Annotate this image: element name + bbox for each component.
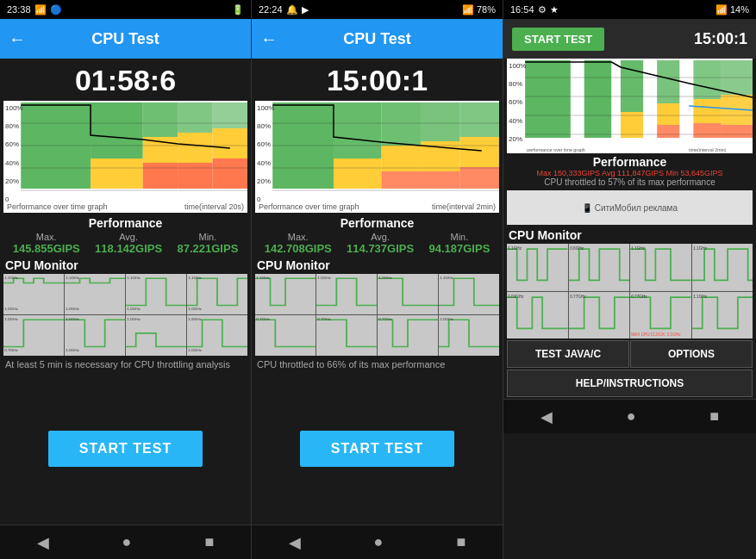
cpu-cell-3-2: 0.6GHz [569,244,630,291]
battery-3: 14% [730,4,749,15]
back-button-2[interactable]: ← [260,29,278,49]
svg-rect-72 [525,60,571,138]
test-javac-button[interactable]: TEST JAVA/C [507,340,629,368]
graph-svg-3: performance over time graph time(interva… [507,59,753,153]
timer-3: 15:00:1 [694,30,747,48]
top-bar-2: ← CPU Test [252,19,503,59]
svg-rect-77 [621,112,643,138]
wifi-icon-3: 📶 [715,4,728,16]
nav-home-1[interactable]: ● [122,533,132,551]
svg-text:1.0GHz: 1.0GHz [317,276,332,280]
cpu-cell-5: 1.0GHz 0.7GHz [3,315,64,356]
perf-avg-1: Avg. 118.142GIPS [95,232,162,255]
svg-text:2.0GHz: 2.0GHz [440,317,454,321]
timer-1: 01:58:6 [0,59,251,101]
svg-rect-3 [143,102,178,137]
svg-text:1.1GHz: 1.1GHz [66,276,80,280]
svg-rect-6 [178,102,212,133]
help-instructions-button[interactable]: HELP/INSTRUCTIONS [507,370,753,397]
nav-recents-1[interactable]: ■ [205,533,215,551]
svg-text:0.7GHz: 0.7GHz [4,348,19,352]
svg-rect-78 [643,60,657,138]
graph-label-time-2: time(interval 2min) [432,202,496,211]
graph-svg-2 [255,101,499,213]
svg-text:1.0GHz: 1.0GHz [4,307,19,311]
svg-text:1.0GHz
        0.9GHz: 1.0GHz 0.9GHz [127,317,141,321]
cpu-monitor-title-2: CPU Monitor [252,257,503,274]
start-test-button-1[interactable]: START TEST [48,431,203,467]
panel-1: 23:38 📶 🔵 🔋 ← CPU Test 01:58:6 100% 80% … [0,0,252,559]
nav-recents-3[interactable]: ■ [709,407,719,425]
svg-rect-82 [680,60,694,138]
options-button[interactable]: OPTIONS [630,340,753,368]
battery-2: 78% [477,4,496,15]
nav-back-3[interactable]: ◀ [540,407,553,426]
nav-recents-2[interactable]: ■ [457,533,466,551]
perf-title-2: Performance [257,216,497,230]
svg-rect-85 [693,123,721,138]
svg-rect-44 [382,146,421,171]
svg-rect-50 [460,137,499,167]
time-1: 23:38 [7,4,31,15]
bluetooth-icon: 🔵 [50,4,62,16]
nav-home-3[interactable]: ● [627,407,636,425]
cpu-cell-4: 1.1GHz 1.0GHz [187,274,247,314]
wifi-icon: 📶 [34,4,47,16]
start-test-button-2[interactable]: START TEST [300,431,454,467]
nav-bar-2: ◀ ● ■ [252,525,503,559]
cpu-cell-3-1: 1.1GHz [507,244,568,291]
settings-icon-3: ⚙ [538,4,547,16]
top-bar-3: START TEST 15:00:1 [503,19,756,59]
nav-back-1[interactable]: ◀ [37,533,49,552]
nav-back-2[interactable]: ◀ [289,533,301,552]
cpu-cell-1: 1.1GHz 1.0GHz [3,274,64,314]
nav-home-2[interactable]: ● [374,533,384,551]
back-button-1[interactable]: ← [9,29,26,49]
svg-rect-1 [91,102,143,158]
svg-text:0.7GHz: 0.7GHz [256,317,271,321]
svg-text:1.1GHz: 1.1GHz [631,246,646,251]
cpu-cell-2-2: 1.0GHz [316,274,377,314]
svg-rect-46 [421,102,459,141]
graph-3: 100% 80% 60% 40% 20% 0 [507,59,753,153]
top-bar-1: ← CPU Test [0,19,251,59]
svg-text:1.0GHz: 1.0GHz [188,348,203,352]
svg-rect-45 [382,171,421,189]
svg-text:1.1GHz: 1.1GHz [440,276,454,280]
perf-max-1: Max. 145.855GIPS [13,232,80,255]
graph-2: 100% 80% 60% 40% 20% 0 Performan [255,101,499,213]
status-bar-3: 16:54 ⚙ ★ 📶 14% [503,0,756,19]
svg-rect-11 [213,158,247,189]
perf-section-3: Performance Max 150,333GIPS Avg 111,847G… [503,153,756,189]
perf-min-2: Min. 94.187GIPS [428,232,490,255]
cpu-cell-7: 1.0GHz 0.9GHz [126,315,186,356]
svg-rect-49 [460,102,499,137]
battery-icon-1: 🔋 [232,4,244,16]
graph-label-perf-2: Performance over time graph [259,202,359,211]
start-test-top-button[interactable]: START TEST [512,28,604,51]
svg-text:1.1GHz: 1.1GHz [256,276,271,280]
cpu-monitor-grid-1: 1.1GHz 1.0GHz 1.1GHz 1.0GHz 1.1GHz 1.0GH… [3,274,247,356]
cpu-cell-2-7: 0.7GHz [378,315,438,356]
cpu-cell-3-7: 0.77GHz MAX CPU CLOCK: 2.1GHz [630,292,691,339]
svg-rect-7 [178,133,212,163]
panel-3: 16:54 ⚙ ★ 📶 14% START TEST 15:00:1 100% … [503,0,756,559]
perf-title-1: Performance [5,216,246,230]
perf-section-2: Performance Max. 142.708GIPS Avg. 114.73… [252,213,503,257]
svg-text:performance over time graph: performance over time graph [527,147,585,152]
svg-text:1.1GHz: 1.1GHz [508,246,522,251]
cpu-cell-6: 1.0GHz 1.0GHz [65,315,125,356]
cpu-monitor-grid-3: 1.1GHz 0.6GHz 1.1GHz 1.1GHz [507,244,753,339]
svg-text:1.0GHz: 1.0GHz [188,307,203,311]
timer-2: 15:00:1 [252,59,503,101]
graph-1: 100% 80% 60% 40% 20% 0 [3,101,247,213]
cpu-monitor-title-1: CPU Monitor [0,257,251,274]
cpu-cell-2-8: 2.0GHz [439,315,499,356]
youtube-icon: ▶ [302,4,309,16]
cpu-cell-3-5: 1.01GHz [507,292,568,339]
svg-text:1.0GHz: 1.0GHz [66,317,80,321]
perf-stats-3: Max 150,333GIPS Avg 111,847GIPS Min 53,6… [509,169,751,177]
svg-rect-51 [460,167,499,189]
svg-rect-42 [334,158,382,189]
svg-text:1.0GHz: 1.0GHz [66,307,80,311]
